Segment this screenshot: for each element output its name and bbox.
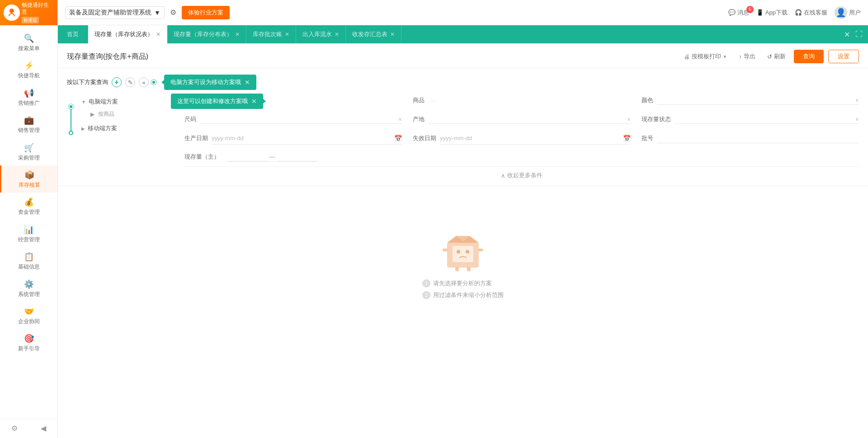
- tabbar-right: ✕ ⛶: [842, 28, 868, 41]
- tab-close-inventory-dist[interactable]: ✕: [235, 32, 240, 37]
- purchase-icon: 🛒: [24, 143, 34, 153]
- svg-rect-6: [467, 267, 471, 271]
- scheme-desktop-group: ▼ 电脑端方案 ▶ 按商品: [78, 95, 175, 120]
- edit-scheme-btn[interactable]: ✎: [125, 77, 135, 87]
- size-select[interactable]: ∨: [200, 115, 402, 124]
- tab-close-inventory-status[interactable]: ✕: [156, 32, 160, 37]
- filter-area: 按以下方案查询 + ✎ « 电脑方案可设为移动方案哦 ✕: [58, 68, 868, 184]
- step2-text: 用过滤条件来缩小分析范围: [433, 291, 504, 299]
- sidebar-item-quicknav[interactable]: ⚡ 快捷导航: [0, 56, 57, 83]
- scheme-tooltip: 这里可以创建和修改方案哦 ✕: [171, 94, 263, 109]
- app-logo: 畅捷通好生意 标准版: [0, 0, 57, 25]
- print-btn[interactable]: 🖨 按模板打印 ▼: [680, 51, 731, 62]
- tab-receive-summary-label: 收发存汇总表: [352, 30, 387, 38]
- tab-close-batch-ledger[interactable]: ✕: [285, 32, 289, 37]
- scheme-goods-icon: ▶: [90, 111, 94, 118]
- color-select[interactable]: ∨: [657, 96, 859, 105]
- tab-inventory-status[interactable]: 现存量（库存状况表） ✕: [88, 25, 167, 43]
- tab-inout-flow[interactable]: 出入库流水 ✕: [296, 25, 346, 43]
- batch-input[interactable]: [657, 133, 859, 143]
- filter-item-stock-status: 现存量状态 ∨: [642, 113, 859, 126]
- expire-date-input[interactable]: [440, 133, 623, 143]
- origin-select[interactable]: ∨: [428, 115, 630, 124]
- page-header: 现存量查询(按仓库+商品) 🖨 按模板打印 ▼ ↑ 导出 ↺ 刷新 查询 设置: [58, 43, 868, 68]
- connector-line: [71, 105, 71, 132]
- scheme-tooltip-area: 这里可以创建和修改方案哦 ✕: [171, 94, 263, 109]
- tab-close-inout-flow[interactable]: ✕: [335, 32, 339, 37]
- tab-close-all-btn[interactable]: ✕: [842, 28, 852, 41]
- expire-date-cal-icon[interactable]: 📅: [623, 135, 631, 142]
- produce-date-cal-icon[interactable]: 📅: [394, 135, 402, 142]
- filter-row-2: 尺码 ∨ 产地 ∨: [184, 113, 859, 126]
- size-select-arrow-icon: ∨: [398, 116, 402, 122]
- topbar-settings-btn[interactable]: ⚙: [170, 8, 176, 17]
- query-btn[interactable]: 查询: [794, 50, 824, 63]
- produce-date-input[interactable]: [212, 133, 394, 143]
- refresh-btn[interactable]: ↺ 刷新: [764, 51, 789, 62]
- sidebar-item-guide[interactable]: 🎯 新手引导: [0, 329, 57, 356]
- batch-control: [657, 133, 859, 143]
- export-btn[interactable]: ↑ 导出: [736, 51, 760, 62]
- scheme-tooltip-close[interactable]: ✕: [251, 98, 257, 105]
- setting-btn[interactable]: 设置: [828, 50, 859, 63]
- stock-qty-label: 现存量（主）: [184, 153, 220, 161]
- back-scheme-btn[interactable]: «: [139, 77, 149, 87]
- sidebar-item-finance[interactable]: 💰 资金管理: [0, 193, 57, 220]
- sidebar-item-management[interactable]: 📊 经营管理: [0, 220, 57, 247]
- sidebar-item-basic[interactable]: 📋 基础信息: [0, 247, 57, 274]
- collapse-sidebar-btn[interactable]: ◀: [41, 424, 46, 433]
- scheme-item-goods[interactable]: ▶ 按商品: [87, 108, 175, 120]
- experience-btn[interactable]: 体验行业方案: [182, 6, 230, 19]
- filter-item-batch: 批号: [642, 132, 859, 145]
- finance-icon: 💰: [24, 197, 34, 207]
- sidebar-label-inventory: 库存核算: [19, 182, 40, 188]
- tab-fullscreen-btn[interactable]: ⛶: [854, 28, 864, 40]
- inventory-icon: 📦: [24, 170, 34, 180]
- app-download-btn[interactable]: 📱 App下载: [756, 9, 788, 17]
- sidebar-item-enterprise[interactable]: 🤝 企业协同: [0, 302, 57, 329]
- sidebar-item-system[interactable]: ⚙️ 系统管理: [0, 275, 57, 302]
- main-content: 现存量查询(按仓库+商品) 🖨 按模板打印 ▼ ↑ 导出 ↺ 刷新 查询 设置: [58, 43, 868, 438]
- refresh-label: 刷新: [774, 52, 786, 61]
- add-scheme-btn[interactable]: +: [112, 77, 122, 87]
- tab-batch-ledger[interactable]: 库存批次账 ✕: [246, 25, 296, 43]
- sidebar-item-search[interactable]: 🔍 搜索菜单: [0, 29, 57, 56]
- tab-home[interactable]: 首页: [58, 25, 88, 43]
- refresh-icon: ↺: [767, 53, 772, 60]
- stock-qty-max-input[interactable]: [277, 151, 318, 161]
- scheme-mobile-header[interactable]: ▶ 移动端方案: [78, 122, 175, 135]
- tab-receive-summary[interactable]: 收发存汇总表 ✕: [346, 25, 401, 43]
- svg-rect-2: [453, 246, 473, 262]
- topbar: 装备及固定资产辅助管理系统 ▼ ⚙ 体验行业方案 💬 消息 6 📱 App下载 …: [58, 0, 868, 25]
- export-label: 导出: [744, 52, 755, 61]
- sidebar-nav: 🔍 搜索菜单 ⚡ 快捷导航 📢 营销推广 💼 销售管理 🛒 采购管理 📦 库存核…: [0, 25, 57, 418]
- scheme-popup-close[interactable]: ✕: [245, 79, 250, 86]
- stock-status-select-arrow-icon: ∨: [855, 116, 859, 122]
- stock-qty-min-input[interactable]: [227, 151, 268, 161]
- stock-status-select[interactable]: ∨: [675, 115, 859, 124]
- sidebar-item-marketing[interactable]: 📢 营销推广: [0, 84, 57, 111]
- sidebar-item-inventory[interactable]: 📦 库存核算: [0, 165, 57, 193]
- empty-svg-icon: [434, 222, 492, 272]
- app-name: 畅捷通好生意: [22, 2, 54, 16]
- scheme-desktop-header[interactable]: ▼ 电脑端方案: [78, 95, 175, 108]
- online-support-btn[interactable]: 🎧 在线客服: [795, 9, 827, 17]
- produce-date-control: 📅: [212, 132, 402, 145]
- tab-close-receive-summary[interactable]: ✕: [390, 32, 395, 37]
- user-menu[interactable]: 👤 用户: [835, 6, 861, 19]
- empty-step-2: 2 用过滤条件来缩小分析范围: [422, 291, 504, 299]
- export-icon: ↑: [739, 53, 742, 60]
- goods-dots-icon[interactable]: ···: [430, 97, 436, 104]
- sidebar-item-purchase[interactable]: 🛒 采购管理: [0, 138, 57, 165]
- settings-bottom-btn[interactable]: ⚙: [11, 424, 18, 433]
- print-arrow-icon: ▼: [723, 54, 727, 59]
- collapse-btn[interactable]: ∧ 收起更多条件: [184, 166, 859, 184]
- app-selector[interactable]: 装备及固定资产辅助管理系统 ▼: [65, 6, 165, 19]
- sidebar-item-sales[interactable]: 💼 销售管理: [0, 111, 57, 138]
- tab-inventory-dist[interactable]: 现存量（库存分布表） ✕: [167, 25, 246, 43]
- scheme-list: ▼ 电脑端方案 ▶ 按商品: [67, 94, 175, 137]
- filter-item-color: 颜色 ∨: [642, 94, 859, 107]
- filter-item-produce-date: 生产日期 📅: [184, 132, 402, 145]
- message-btn[interactable]: 💬 消息 6: [728, 9, 749, 17]
- headset-icon: 🎧: [795, 9, 802, 16]
